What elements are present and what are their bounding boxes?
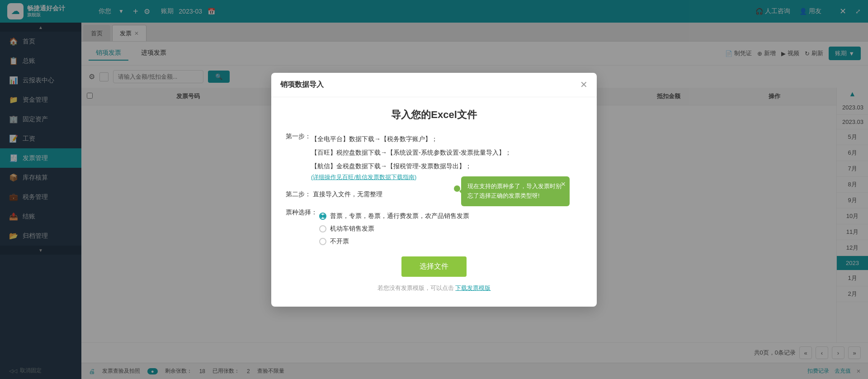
radio-none-label: 不开票: [330, 237, 349, 246]
radio-motor-label: 机动车销售发票: [330, 225, 374, 233]
radio-group: 普票，专票，卷票，通行费发票，农产品销售发票 机动车销售发票 不开票: [319, 212, 469, 246]
step2-text: 直接导入文件，无需整理: [313, 190, 382, 199]
radio-normal[interactable]: 普票，专票，卷票，通行费发票，农产品销售发票: [319, 212, 469, 220]
tooltip-close-button[interactable]: ✕: [561, 179, 566, 189]
select-file-button[interactable]: 选择文件: [401, 256, 467, 277]
step1-line3: 【航信】金税盘数据下载→【报税管理-发票数据导出】；: [311, 160, 511, 172]
tooltip-bubble: ✕ 现在支持的票种多了，导入发票时别忘了选择正确的发票类型呀!: [461, 176, 570, 206]
step1-line1: 【全电平台】数据下载→【税务数字账户】；: [311, 133, 511, 145]
radio-motor[interactable]: 机动车销售发票: [319, 225, 469, 233]
step2-label: 第二步：: [286, 190, 311, 199]
radio-normal-circle: [319, 213, 326, 220]
modal-title: 销项数据导入: [280, 80, 324, 90]
modal-overlay: 销项数据导入 ✕ 导入您的Excel文件 第一步： 【全电平台】数据下载→【税务…: [0, 0, 868, 379]
radio-none[interactable]: 不开票: [319, 237, 469, 246]
radio-motor-circle: [319, 225, 326, 232]
radio-none-circle: [319, 238, 326, 245]
import-title: 导入您的Excel文件: [286, 108, 582, 122]
ticket-select-block: 票种选择： 普票，专票，卷票，通行费发票，农产品销售发票 机动车销售发票: [286, 208, 582, 246]
step1-block: 第一步： 【全电平台】数据下载→【税务数字账户】； 【百旺】税控盘数据下载→【系…: [286, 133, 582, 181]
step1-line2: 【百旺】税控盘数据下载→【系统设置-系统参数设置-发票批量导入】；: [311, 146, 511, 159]
ticket-label: 票种选择：: [286, 208, 317, 217]
download-hint: 若您没有发票模版，可以点击 下载发票模版: [286, 284, 582, 292]
step1-label: 第一步：: [286, 133, 311, 141]
download-template-link[interactable]: 下载发票模版: [455, 284, 491, 291]
modal-close-button[interactable]: ✕: [580, 80, 588, 89]
download-hint-before: 若您没有发票模版，可以点击: [377, 284, 454, 291]
tooltip-text: 现在支持的票种多了，导入发票时别忘了选择正确的发票类型呀!: [467, 183, 561, 199]
radio-normal-label: 普票，专票，卷票，通行费发票，农产品销售发票: [330, 212, 469, 220]
modal-header: 销项数据导入 ✕: [271, 73, 597, 97]
